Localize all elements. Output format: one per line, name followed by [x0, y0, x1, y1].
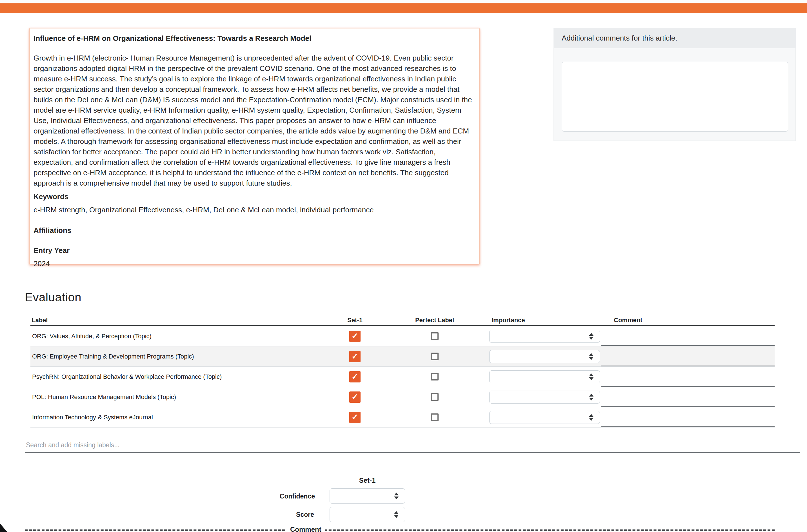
select-stepper-icon: [589, 414, 594, 421]
row-comment-input[interactable]: [601, 348, 775, 366]
row-comment-input[interactable]: [601, 409, 775, 427]
row-label: ORG: Employee Training & Development Pro…: [31, 353, 323, 360]
dashed-divider: [25, 530, 775, 531]
set1-checkbox-checked[interactable]: ✓: [349, 412, 360, 423]
perfect-label-checkbox[interactable]: [431, 393, 438, 401]
perfect-label-checkbox[interactable]: [431, 414, 438, 421]
section-divider: [0, 272, 807, 272]
set1-checkbox-checked[interactable]: ✓: [349, 371, 360, 382]
column-header-label: Label: [31, 317, 323, 324]
affiliations-label: Affiliations: [34, 226, 475, 235]
additional-comments-textarea[interactable]: [562, 62, 788, 132]
score-label: Score: [265, 511, 314, 518]
perfect-label-checkbox[interactable]: [431, 353, 438, 360]
checkmark-icon: ✓: [352, 393, 358, 401]
importance-select[interactable]: [489, 330, 600, 343]
label-search-input[interactable]: [25, 438, 800, 453]
confidence-select[interactable]: [330, 488, 405, 504]
importance-select[interactable]: [489, 391, 600, 403]
footer-comment-label: Comment: [286, 526, 325, 532]
select-stepper-icon: [394, 493, 398, 499]
score-select[interactable]: [330, 507, 405, 522]
article-title: Influence of e-HRM on Organizational Eff…: [34, 34, 475, 43]
top-strip: [0, 0, 807, 3]
importance-select[interactable]: [489, 370, 600, 383]
column-header-importance: Importance: [483, 317, 601, 324]
confidence-label: Confidence: [265, 493, 315, 500]
table-row: ORG: Values, Attitude, & Perception (Top…: [31, 326, 775, 346]
corner-wedge: [0, 524, 7, 532]
evaluation-heading: Evaluation: [25, 291, 81, 304]
row-comment-input[interactable]: [601, 328, 775, 346]
checkmark-icon: ✓: [352, 413, 358, 421]
select-stepper-icon: [589, 394, 594, 400]
set1-checkbox-checked[interactable]: ✓: [349, 331, 360, 342]
additional-comments-header: Additional comments for this article.: [554, 28, 795, 48]
table-row: POL: Human Resource Management Models (T…: [31, 387, 775, 407]
select-stepper-icon: [589, 353, 594, 360]
keywords-text: e-HRM strength, Organizational Effective…: [34, 206, 475, 214]
table-row: ORG: Employee Training & Development Pro…: [31, 346, 775, 367]
checkmark-icon: ✓: [352, 373, 358, 381]
table-header-row: Label Set-1 Perfect Label Importance Com…: [31, 315, 775, 326]
keywords-label: Keywords: [34, 192, 475, 201]
checkmark-icon: ✓: [352, 352, 358, 360]
row-label: Information Technology & Systems eJourna…: [31, 414, 323, 421]
perfect-label-checkbox[interactable]: [431, 332, 438, 340]
row-label: ORG: Values, Attitude, & Perception (Top…: [31, 332, 323, 340]
select-stepper-icon: [589, 333, 594, 340]
article-card: Influence of e-HRM on Organizational Eff…: [29, 28, 480, 264]
column-header-perfect-label: Perfect Label: [387, 317, 483, 324]
table-body: ORG: Values, Attitude, & Perception (Top…: [31, 326, 775, 428]
checkmark-icon: ✓: [352, 332, 358, 340]
column-header-comment: Comment: [601, 317, 775, 324]
top-orange-bar: [0, 3, 807, 13]
row-label: POL: Human Resource Management Models (T…: [31, 394, 323, 401]
select-stepper-icon: [589, 374, 594, 380]
column-header-set1: Set-1: [323, 317, 387, 324]
article-abstract: Growth in e-HRM (electronic- Human Resou…: [34, 53, 475, 188]
table-row: Information Technology & Systems eJourna…: [31, 407, 775, 428]
importance-select[interactable]: [489, 411, 600, 424]
row-comment-input[interactable]: [601, 369, 775, 387]
footer-set1-title: Set-1: [330, 476, 405, 484]
set1-checkbox-checked[interactable]: ✓: [349, 392, 360, 403]
select-stepper-icon: [394, 511, 398, 518]
row-comment-input[interactable]: [601, 389, 775, 407]
row-label: PsychRN: Organizational Behavior & Workp…: [31, 373, 323, 380]
evaluation-table: Label Set-1 Perfect Label Importance Com…: [31, 315, 775, 428]
entry-year-label: Entry Year: [34, 246, 475, 255]
additional-comments-body: [554, 48, 795, 133]
entry-year-value: 2024: [34, 259, 475, 268]
additional-comments-panel: Additional comments for this article.: [553, 28, 796, 141]
set1-checkbox-checked[interactable]: ✓: [349, 351, 360, 362]
importance-select[interactable]: [489, 350, 600, 363]
table-row: PsychRN: Organizational Behavior & Workp…: [31, 367, 775, 387]
perfect-label-checkbox[interactable]: [431, 373, 438, 380]
